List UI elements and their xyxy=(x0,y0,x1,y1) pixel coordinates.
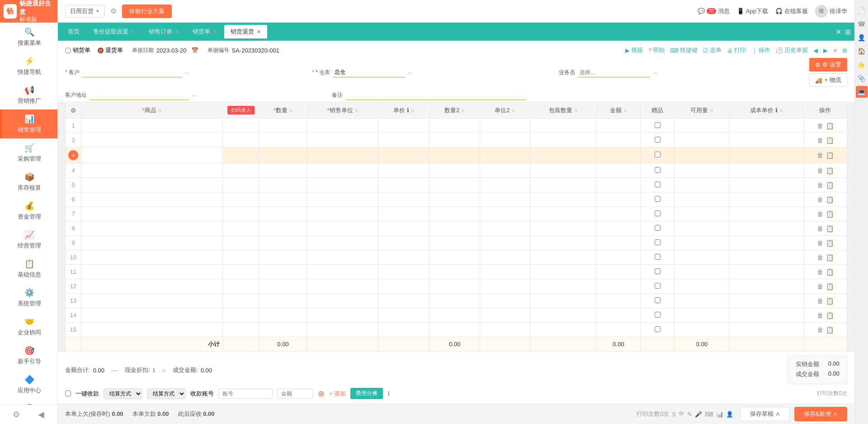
avail-cell[interactable] xyxy=(675,119,730,133)
tool-icon-1[interactable]: S xyxy=(672,411,676,418)
grid-view-btn[interactable]: ⊞ xyxy=(842,47,847,54)
price-sort-icon[interactable]: ⇅ xyxy=(410,108,414,113)
sidebar-item-enterprise[interactable]: 🤝 企业协同 xyxy=(0,312,57,341)
user-profile-btn[interactable]: 徐 徐泽华 xyxy=(815,5,847,18)
sidebar-item-operation[interactable]: 📈 经营管理 xyxy=(0,225,57,254)
tool-icon-6[interactable]: 📊 xyxy=(716,411,723,418)
delete-icon[interactable]: 🗑 xyxy=(817,254,823,261)
settings-btn[interactable]: ⚙ ⚙ 设置 xyxy=(809,58,847,71)
pkg-cell[interactable] xyxy=(530,119,596,133)
delete-icon[interactable]: 🗑 xyxy=(817,268,823,276)
sidebar-item-shortcut[interactable]: ⚡ 快捷导航 xyxy=(0,52,57,81)
add-row-btn[interactable]: + xyxy=(68,150,78,160)
online-service-btn[interactable]: 🎧 在线客服 xyxy=(775,7,808,15)
cost-cell[interactable] xyxy=(730,119,804,133)
next-record-btn[interactable]: ▶ xyxy=(823,47,828,54)
right-panel-icon-6[interactable]: 📎 xyxy=(856,72,868,84)
sidebar-item-sales[interactable]: 📊 销售管理 xyxy=(0,110,57,138)
right-panel-icon-5[interactable]: ⭐ xyxy=(856,59,868,71)
sidebar-item-apps[interactable]: 🔷 应用中心 xyxy=(0,370,57,399)
settings-icon[interactable]: ⚙ xyxy=(110,7,117,15)
discount-help-icon[interactable]: ℹ xyxy=(153,367,155,374)
shortcut-btn[interactable]: ⌨ 快捷键 xyxy=(670,46,698,54)
right-panel-icon-2[interactable]: ☎ xyxy=(856,18,868,30)
delete-icon[interactable]: 🗑 xyxy=(817,137,823,144)
warehouse-picker-icon[interactable]: ··· xyxy=(408,69,413,76)
copy-icon[interactable]: 📋 xyxy=(826,254,834,261)
help-btn[interactable]: ? 帮助 xyxy=(648,46,665,54)
unit-sort-icon[interactable]: ⇅ xyxy=(354,108,358,113)
address-picker-icon[interactable]: ··· xyxy=(192,92,197,99)
qty-sort-icon[interactable]: ⇅ xyxy=(289,108,292,113)
copy-icon[interactable]: 📋 xyxy=(826,326,834,333)
customer-input[interactable] xyxy=(82,68,182,77)
expense-help-icon[interactable]: ℹ xyxy=(387,390,390,397)
copy-icon[interactable]: 📋 xyxy=(826,297,834,305)
copy-icon[interactable]: 📋 xyxy=(826,137,834,144)
delete-icon[interactable]: 🗑 xyxy=(817,181,823,189)
qty2-cell[interactable] xyxy=(429,119,480,133)
prev-record-btn[interactable]: ◀ xyxy=(813,47,818,54)
expand-tab-icon[interactable]: ⊞ xyxy=(845,28,851,36)
sidebar-item-wechat[interactable]: 💬 企业微信 xyxy=(0,399,57,405)
cost-sort-icon[interactable]: ⇅ xyxy=(779,108,783,113)
notification-btn[interactable]: 💬 70 消息 xyxy=(698,7,730,15)
tab-sales-delivery[interactable]: 销货单 ✕ xyxy=(186,25,223,38)
tool-icon-3[interactable]: ✎ xyxy=(687,411,692,418)
qty2-sort-icon[interactable]: ⇅ xyxy=(461,108,465,113)
col-scan[interactable]: 扫码录入 xyxy=(223,102,259,119)
copy-icon[interactable]: 📋 xyxy=(826,196,834,203)
unit-cell[interactable] xyxy=(307,119,378,133)
delete-icon[interactable]: 🗑 xyxy=(817,122,823,129)
copy-icon[interactable]: 📋 xyxy=(826,283,834,290)
amount-cell[interactable] xyxy=(596,119,640,133)
delete-icon[interactable]: 🗑 xyxy=(817,283,823,290)
settings-footer-btn[interactable]: ⚙ xyxy=(5,410,28,419)
right-panel-icon-4[interactable]: 🏠 xyxy=(856,45,868,57)
gift-cell[interactable] xyxy=(641,119,675,133)
list-view-btn[interactable]: ≡ xyxy=(833,47,837,54)
tool-icon-2[interactable]: 中 xyxy=(679,410,684,418)
amount-input[interactable] xyxy=(277,389,313,399)
address-input[interactable] xyxy=(90,91,189,100)
sidebar-item-basic[interactable]: 📋 基础信息 xyxy=(0,254,57,283)
close-icon[interactable]: ✕ xyxy=(175,29,179,35)
copy-icon[interactable]: 📋 xyxy=(826,225,834,232)
save-draft-btn[interactable]: 保存草稿 ∧ xyxy=(741,407,790,421)
sidebar-item-marketing[interactable]: 📢 营销推广 xyxy=(0,81,57,110)
right-panel-icon-1[interactable]: 📄 xyxy=(856,5,868,16)
unit2-sort-icon[interactable]: ⇅ xyxy=(511,108,515,113)
copy-icon[interactable]: 📋 xyxy=(826,122,834,129)
copy-icon[interactable]: 📋 xyxy=(826,210,834,218)
tool-icon-4[interactable]: 🎤 xyxy=(695,411,702,418)
calendar-icon[interactable]: 📅 xyxy=(191,47,198,54)
operate-btn[interactable]: ⋮ 操作 xyxy=(751,46,770,54)
copy-icon[interactable]: 📋 xyxy=(826,239,834,247)
one-click-checkbox[interactable] xyxy=(65,391,71,396)
delete-icon[interactable]: 🗑 xyxy=(817,312,823,319)
sidebar-item-inventory[interactable]: 📦 库存核算 xyxy=(0,167,57,196)
tab-home[interactable]: 首页 xyxy=(61,25,86,38)
amount-sort-icon[interactable]: ⇅ xyxy=(623,108,627,113)
print-btn[interactable]: 🖨 打印 xyxy=(727,46,746,54)
price-cell[interactable] xyxy=(378,119,429,133)
delete-icon[interactable]: 🗑 xyxy=(817,239,823,247)
pkg-sort-icon[interactable]: ⇅ xyxy=(574,108,578,113)
unit2-cell[interactable] xyxy=(480,119,530,133)
right-panel-icon-3[interactable]: 👤 xyxy=(856,32,868,43)
salesperson-picker-icon[interactable]: ··· xyxy=(653,69,658,76)
delete-icon[interactable]: 🗑 xyxy=(817,167,823,174)
copy-icon[interactable]: 📋 xyxy=(826,268,834,276)
copy-icon[interactable]: 📋 xyxy=(826,312,834,319)
sidebar-item-guide[interactable]: 🎯 新手引导 xyxy=(0,341,57,370)
scan-input-btn[interactable]: 扫码录入 xyxy=(227,106,255,114)
collapse-footer-btn[interactable]: ◀ xyxy=(30,410,53,419)
sort-arrows-icon[interactable]: ⇅ xyxy=(158,108,161,113)
save-new-btn[interactable]: 保存&新增 ∧ xyxy=(794,407,847,421)
delete-icon[interactable]: 🗑 xyxy=(817,225,823,232)
sidebar-item-search[interactable]: 🔍 搜索菜单 xyxy=(0,23,57,52)
remark-input[interactable] xyxy=(345,91,526,100)
account-input[interactable] xyxy=(218,389,273,399)
expense-split-btn[interactable]: 费用分摊 xyxy=(350,388,383,399)
sidebar-item-finance[interactable]: 💰 资金管理 xyxy=(0,196,57,225)
